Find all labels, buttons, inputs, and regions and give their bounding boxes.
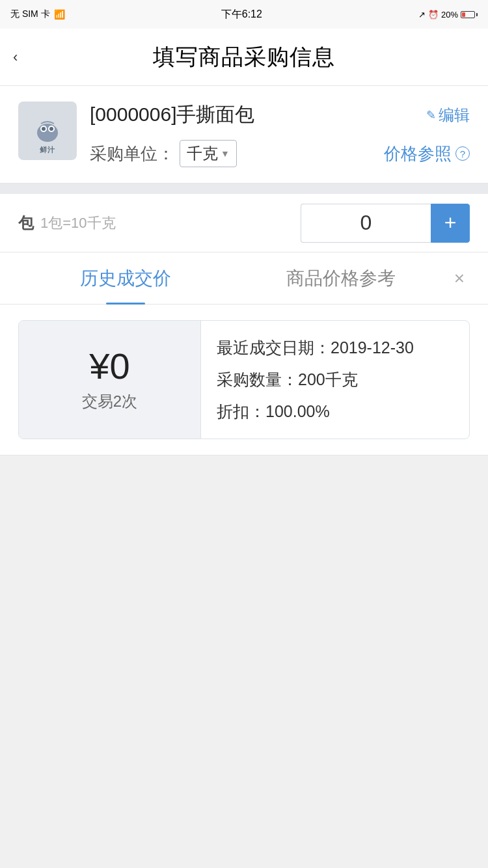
qty-unit-sub: 1包=10千克 [40,213,116,233]
main-content-area [0,455,488,868]
transaction-count: 交易2次 [82,391,137,412]
history-price-left: ¥0 交易2次 [19,321,201,439]
history-price-value: ¥0 [89,348,129,385]
qty-value: 200千克 [298,370,358,388]
tab-history-price[interactable]: 历史成交价 [18,252,234,305]
tab-history-label: 历史成交价 [80,266,171,291]
status-left: 无 SIM 卡 📶 [10,8,65,20]
location-icon: ↗ [418,10,426,20]
product-logo-text: 鲜汁 [40,145,55,155]
tab-price-ref-label: 商品价格参考 [286,266,396,291]
qty-label: 采购数量： [217,370,298,388]
status-bar: 无 SIM 卡 📶 下午6:12 ↗ ⏰ 20% [0,0,488,29]
history-date-row: 最近成交日期：2019-12-30 [217,336,454,359]
date-value: 2019-12-30 [331,338,414,357]
battery-pct: 20% [441,10,458,20]
tabs-section: 历史成交价 商品价格参考 × ¥0 交易2次 最近成交日期：2019-12-30… [0,252,488,455]
discount-value: 100.00% [265,402,330,420]
quantity-input[interactable]: 0 [301,204,431,243]
product-logo-icon [31,115,64,147]
product-info: [0000006]手撕面包 ✎ 编辑 采购单位： 千克 ▼ 价格参照 ? [90,102,470,167]
edit-label: 编辑 [439,105,470,126]
status-time: 下午6:12 [221,8,262,21]
product-card: 鲜汁 [0000006]手撕面包 ✎ 编辑 采购单位： 千克 ▼ 价格参照 ? [0,86,488,183]
tab-price-ref[interactable]: 商品价格参考 [234,252,449,305]
currency-symbol: ¥ [89,346,109,387]
tabs-close-button[interactable]: × [449,268,470,289]
discount-label: 折扣： [217,402,265,420]
svg-point-4 [49,127,53,131]
unit-select[interactable]: 千克 ▼ [180,140,237,167]
battery-icon [461,11,478,18]
plus-icon: + [444,211,457,235]
svg-point-3 [42,127,46,131]
close-icon: × [454,268,465,288]
product-thumbnail: 鲜汁 [18,102,77,160]
unit-label: 采购单位： 千克 ▼ [90,140,237,167]
history-qty-row: 采购数量：200千克 [217,368,454,391]
back-button[interactable]: ‹ [13,49,18,66]
qty-unit-info: 包 1包=10千克 [18,213,301,234]
history-discount-row: 折扣：100.00% [217,400,454,423]
wifi-icon: 📶 [54,9,65,20]
question-icon: ? [455,146,470,161]
unit-label-text: 采购单位： [90,142,174,165]
price-ref-label: 价格参照 [384,142,452,165]
nav-bar: ‹ 填写商品采购信息 [0,29,488,86]
unit-dropdown-arrow: ▼ [221,148,230,159]
product-header: [0000006]手撕面包 ✎ 编辑 [90,102,470,128]
price-ref-button[interactable]: 价格参照 ? [384,142,470,165]
quantity-plus-button[interactable]: + [431,204,470,243]
date-label: 最近成交日期： [217,338,331,357]
tab-active-indicator [106,303,145,305]
product-unit-row: 采购单位： 千克 ▼ 价格参照 ? [90,140,470,167]
price-number: 0 [110,346,130,387]
product-id-name: [0000006]手撕面包 [90,102,254,128]
edit-button[interactable]: ✎ 编辑 [426,105,470,126]
history-price-card: ¥0 交易2次 最近成交日期：2019-12-30 采购数量：200千克 折扣：… [18,320,470,439]
carrier-label: 无 SIM 卡 [10,8,50,20]
quantity-row: 包 1包=10千克 0 + [0,194,488,252]
alarm-icon: ⏰ [428,10,439,20]
status-right: ↗ ⏰ 20% [418,10,478,20]
unit-value: 千克 [187,143,218,164]
section-divider [0,183,488,194]
history-detail-right: 最近成交日期：2019-12-30 采购数量：200千克 折扣：100.00% [201,321,469,439]
tabs-header: 历史成交价 商品价格参考 × [0,252,488,305]
back-icon: ‹ [13,49,18,66]
edit-icon: ✎ [426,108,436,122]
page-title: 填写商品采购信息 [153,42,335,72]
qty-input-area: 0 + [301,204,470,243]
qty-unit-icon: 包 [18,213,34,234]
